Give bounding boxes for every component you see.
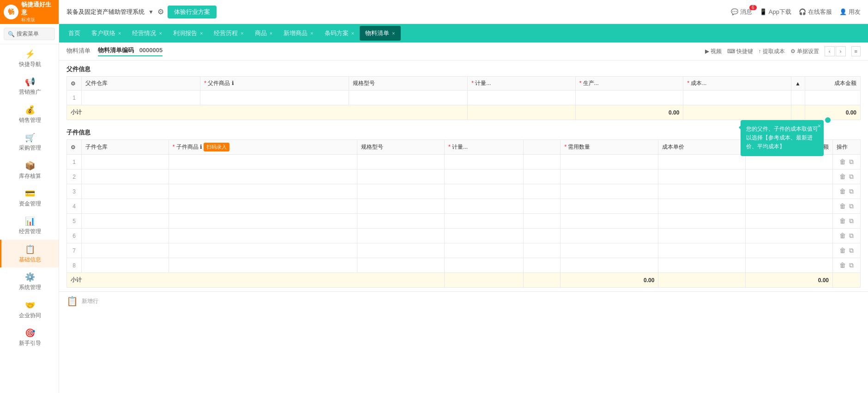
child-spec-5[interactable] bbox=[357, 214, 445, 229]
sidebar-item-system[interactable]: ⚙️ 系统管理 bbox=[0, 267, 59, 295]
child-product-2[interactable] bbox=[169, 169, 357, 184]
child-quantity-5[interactable] bbox=[561, 214, 658, 229]
child-spec-2[interactable] bbox=[357, 169, 445, 184]
child-product-8[interactable] bbox=[169, 258, 357, 273]
child-quantity-2[interactable] bbox=[561, 169, 658, 184]
delete-icon-8[interactable]: 🗑 bbox=[839, 261, 846, 269]
tooltip-close-icon[interactable]: × bbox=[818, 122, 821, 131]
message-badge[interactable]: 💬 消息 6 bbox=[731, 8, 752, 16]
tab-close-customers[interactable]: × bbox=[118, 30, 121, 36]
copy-icon-8[interactable]: ⧉ bbox=[849, 261, 854, 269]
child-spec-7[interactable] bbox=[357, 243, 445, 258]
sidebar-item-basic-info[interactable]: 📋 基础信息 bbox=[0, 240, 59, 267]
tab-bom-list[interactable]: 物料清单 bbox=[66, 47, 90, 56]
tab-close-operations-status[interactable]: × bbox=[159, 30, 162, 36]
nav-tab-operations-status[interactable]: 经营情况× bbox=[127, 26, 167, 41]
settings-icon[interactable]: ⚙ bbox=[157, 7, 164, 16]
sidebar-item-operations[interactable]: 📊 经营管理 bbox=[0, 212, 59, 239]
parent-product-cell[interactable] bbox=[200, 91, 349, 105]
child-product-6[interactable] bbox=[169, 229, 357, 243]
nav-tab-barcode[interactable]: 条码方案× bbox=[319, 26, 360, 41]
child-unit-5[interactable] bbox=[445, 214, 524, 229]
copy-icon-5[interactable]: ⧉ bbox=[849, 217, 854, 224]
sidebar-item-inventory[interactable]: 📦 库存核算 bbox=[0, 156, 59, 184]
extract-cost-action[interactable]: ↑ 提取成本 bbox=[759, 48, 785, 55]
sidebar-item-quick-nav[interactable]: ⚡ 快捷导航 bbox=[0, 44, 59, 72]
child-spec-1[interactable] bbox=[357, 155, 445, 169]
child-product-7[interactable] bbox=[169, 243, 357, 258]
parent-production-cell[interactable] bbox=[575, 91, 683, 105]
child-spec-8[interactable] bbox=[357, 258, 445, 273]
user-menu[interactable]: 👤 用友 bbox=[839, 8, 861, 16]
child-unit-cost-3[interactable] bbox=[658, 184, 746, 199]
system-dropdown-button[interactable]: ▼ bbox=[148, 9, 154, 15]
tab-close-add-goods[interactable]: × bbox=[310, 30, 313, 36]
tab-close-ops-history[interactable]: × bbox=[241, 30, 243, 36]
nav-tab-bom[interactable]: 物料清单× bbox=[360, 26, 400, 41]
child-unit-cost-6[interactable] bbox=[658, 229, 746, 243]
child-unit-2[interactable] bbox=[445, 169, 524, 184]
nav-tab-add-goods[interactable]: 新增商品× bbox=[278, 26, 319, 41]
child-unit-3[interactable] bbox=[445, 184, 524, 199]
scan-button[interactable]: 扫码录入 bbox=[204, 143, 229, 151]
child-unit-cost-8[interactable] bbox=[658, 258, 746, 273]
child-unit-cost-7[interactable] bbox=[658, 243, 746, 258]
child-warehouse-4[interactable] bbox=[82, 199, 169, 214]
add-row-icon[interactable]: 📋 bbox=[66, 296, 78, 307]
sidebar-item-marketing[interactable]: 📢 营销推广 bbox=[0, 72, 59, 100]
child-warehouse-6[interactable] bbox=[82, 229, 169, 243]
copy-icon-6[interactable]: ⧉ bbox=[849, 232, 854, 239]
child-unit-4[interactable] bbox=[445, 199, 524, 214]
child-unit-cost-5[interactable] bbox=[658, 214, 746, 229]
nav-tab-ops-history[interactable]: 经营历程× bbox=[208, 26, 249, 41]
tab-close-barcode[interactable]: × bbox=[351, 30, 354, 36]
child-quantity-4[interactable] bbox=[561, 199, 658, 214]
nav-prev-button[interactable]: ‹ bbox=[825, 46, 835, 56]
tab-close-goods[interactable]: × bbox=[270, 30, 272, 36]
child-quantity-7[interactable] bbox=[561, 243, 658, 258]
copy-icon-1[interactable]: ⧉ bbox=[849, 158, 854, 165]
delete-icon-1[interactable]: 🗑 bbox=[839, 158, 846, 165]
child-quantity-6[interactable] bbox=[561, 229, 658, 243]
child-product-5[interactable] bbox=[169, 214, 357, 229]
delete-icon-6[interactable]: 🗑 bbox=[839, 232, 846, 239]
copy-icon-7[interactable]: ⧉ bbox=[849, 247, 854, 254]
delete-icon-7[interactable]: 🗑 bbox=[839, 247, 846, 254]
delete-icon-3[interactable]: 🗑 bbox=[839, 187, 846, 195]
child-quantity-1[interactable] bbox=[561, 155, 658, 169]
single-settings-action[interactable]: ⚙ 单据设置 bbox=[790, 48, 819, 55]
sidebar-item-purchase[interactable]: 🛒 采购管理 bbox=[0, 128, 59, 156]
parent-spec-cell[interactable] bbox=[349, 91, 468, 105]
child-warehouse-2[interactable] bbox=[82, 169, 169, 184]
app-download-link[interactable]: 📱 App下载 bbox=[760, 8, 791, 16]
child-product-4[interactable] bbox=[169, 199, 357, 214]
trial-button[interactable]: 体验行业方案 bbox=[168, 6, 217, 18]
child-quantity-8[interactable] bbox=[561, 258, 658, 273]
child-unit-1[interactable] bbox=[445, 155, 524, 169]
child-spec-6[interactable] bbox=[357, 229, 445, 243]
nav-tab-goods[interactable]: 商品× bbox=[249, 26, 278, 41]
child-unit-cost-4[interactable] bbox=[658, 199, 746, 214]
child-warehouse-7[interactable] bbox=[82, 243, 169, 258]
delete-icon-5[interactable]: 🗑 bbox=[839, 217, 846, 224]
child-quantity-3[interactable] bbox=[561, 184, 658, 199]
parent-cost-cell[interactable] bbox=[683, 91, 791, 105]
child-col-settings[interactable]: ⚙ bbox=[67, 140, 82, 155]
child-unit-7[interactable] bbox=[445, 243, 524, 258]
delete-icon-2[interactable]: 🗑 bbox=[839, 173, 846, 180]
child-warehouse-5[interactable] bbox=[82, 214, 169, 229]
copy-icon-3[interactable]: ⧉ bbox=[849, 187, 854, 195]
child-unit-8[interactable] bbox=[445, 258, 524, 273]
copy-icon-2[interactable]: ⧉ bbox=[849, 173, 854, 180]
sidebar-item-finance[interactable]: 💳 资金管理 bbox=[0, 184, 59, 212]
add-row-label[interactable]: 新增行 bbox=[82, 297, 98, 305]
grid-view-button[interactable]: ≡ bbox=[851, 46, 861, 56]
child-unit-cost-2[interactable] bbox=[658, 169, 746, 184]
child-product-1[interactable] bbox=[169, 155, 357, 169]
child-unit-cost-1[interactable] bbox=[658, 155, 746, 169]
tab-bom-code[interactable]: 物料清单编码 0000005 bbox=[98, 46, 163, 56]
child-warehouse-3[interactable] bbox=[82, 184, 169, 199]
delete-icon-4[interactable]: 🗑 bbox=[839, 202, 846, 210]
nav-tab-home[interactable]: 首页 bbox=[63, 26, 86, 41]
view-action[interactable]: ▶ 视频 bbox=[705, 48, 722, 55]
